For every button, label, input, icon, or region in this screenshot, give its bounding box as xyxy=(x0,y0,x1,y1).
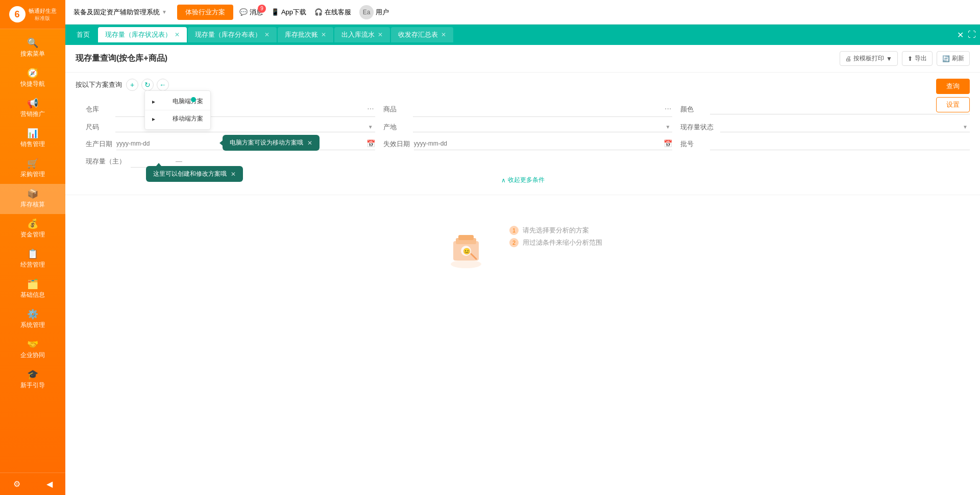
tab-receivable[interactable]: 收发存汇总表 ✕ xyxy=(391,27,453,42)
page-actions: 🖨 按模板打印 ▼ ⬆ 导出 🔄 刷新 xyxy=(840,51,970,66)
top-header: 装备及固定资产辅助管理系统 ▼ 体验行业方案 💬 消息 9 📱 App下载 🎧 … xyxy=(65,0,980,25)
back-scheme-button[interactable]: ← xyxy=(157,79,169,91)
content-inner: 现存量查询(按仓库+商品) 🖨 按模板打印 ▼ ⬆ 导出 🔄 刷新 xyxy=(65,45,980,495)
tab-inventory-status[interactable]: 现存量（库存状况表） ✕ xyxy=(98,27,187,42)
filter-area: 按以下方案查询 + ↻ ← ▸ 电脑端方案 ▸ xyxy=(65,73,980,195)
tab-close-batch[interactable]: ✕ xyxy=(321,31,326,38)
avatar: Ea xyxy=(359,5,374,19)
sidebar: 6 畅通好生意 标准版 🔍 搜索菜单 🧭 快捷导航 📢 营销推广 📊 销售管理 … xyxy=(0,0,65,495)
svg-point-0 xyxy=(451,260,481,268)
stock-status-chevron-icon: ▼ xyxy=(963,124,968,130)
origin-chevron-icon: ▼ xyxy=(665,124,670,130)
edit-tooltip-close[interactable]: ✕ xyxy=(231,171,236,178)
filter-icon-buttons: + ↻ ← xyxy=(126,79,169,91)
page-header: 现存量查询(按仓库+商品) 🖨 按模板打印 ▼ ⬆ 导出 🔄 刷新 xyxy=(65,45,980,73)
scheme-dropdown-panel: ▸ 电脑端方案 ▸ 移动端方案 xyxy=(144,90,211,130)
tab-inventory-dist[interactable]: 现存量（库存分布表） ✕ xyxy=(188,27,277,42)
message-icon: 💬 xyxy=(239,8,248,16)
page-title: 现存量查询(按仓库+商品) xyxy=(76,53,167,64)
filter-field-batch: 批号 xyxy=(680,138,970,150)
sidebar-settings-button[interactable]: ⚙ xyxy=(11,477,22,491)
chevron-down-icon: ▼ xyxy=(162,9,167,15)
filter-field-warehouse: 仓库 ··· xyxy=(86,101,375,117)
fullscreen-button[interactable]: ⛶ xyxy=(968,30,976,39)
messages-button[interactable]: 💬 消息 9 xyxy=(239,8,263,17)
empty-tips: 1 请先选择要分析的方案 2 用过滤条件来缩小分析范围 xyxy=(509,226,602,247)
user-menu[interactable]: Ea 用户 xyxy=(359,5,389,19)
sidebar-item-finance[interactable]: 💰 资金管理 xyxy=(0,214,65,244)
tab-home[interactable]: 首页 xyxy=(69,27,97,42)
app-download-button[interactable]: 📱 App下载 xyxy=(271,8,306,17)
sidebar-collapse-button[interactable]: ◀ xyxy=(44,477,55,491)
query-button[interactable]: 查询 xyxy=(936,79,970,94)
sidebar-item-enterprise[interactable]: 🤝 企业协同 xyxy=(0,335,65,365)
filter-field-color: 颜色 ▼ xyxy=(680,104,970,114)
online-support-button[interactable]: 🎧 在线客服 xyxy=(314,8,351,17)
base-icon: 🗂️ xyxy=(27,279,38,289)
sidebar-item-system[interactable]: ⚙️ 系统管理 xyxy=(0,304,65,335)
svg-rect-3 xyxy=(458,235,474,240)
empty-tip-2: 2 用过滤条件来缩小分析范围 xyxy=(509,238,602,247)
finance-icon: 💰 xyxy=(27,219,38,228)
empty-tip-1: 1 请先选择要分析的方案 xyxy=(509,226,602,235)
sidebar-item-base[interactable]: 🗂️ 基础信息 xyxy=(0,274,65,304)
sidebar-item-purchase[interactable]: 🛒 采购管理 xyxy=(0,154,65,184)
main-area: 装备及固定资产辅助管理系统 ▼ 体验行业方案 💬 消息 9 📱 App下载 🎧 … xyxy=(65,0,980,495)
sidebar-bottom: ⚙ ◀ xyxy=(0,473,65,495)
sidebar-item-inventory[interactable]: 📦 库存核算 xyxy=(0,184,65,214)
goods-more-icon[interactable]: ··· xyxy=(664,103,672,114)
messages-badge: 9 xyxy=(258,5,266,13)
tab-close-inventory-status[interactable]: ✕ xyxy=(175,31,180,38)
refresh-button[interactable]: 🔄 刷新 xyxy=(937,51,970,66)
tab-bar: 首页 现存量（库存状况表） ✕ 现存量（库存分布表） ✕ 库存批次账 ✕ 出入库… xyxy=(65,25,980,45)
scheme-item-desktop[interactable]: ▸ 电脑端方案 xyxy=(145,94,210,109)
filter-row-2: 尺码 ▼ 产地 ▼ xyxy=(86,122,970,132)
close-all-tabs-button[interactable]: ✕ xyxy=(957,30,964,40)
reset-button[interactable]: 设置 xyxy=(936,97,970,112)
empty-illustration: 😐 xyxy=(443,226,489,272)
newbie-icon: 🎓 xyxy=(27,370,38,379)
edit-tooltip-bubble: 这里可以创建和修改方案哦 ✕ xyxy=(146,166,243,182)
refresh-scheme-button[interactable]: ↻ xyxy=(141,79,154,91)
tab-close-inventory-dist[interactable]: ✕ xyxy=(264,31,270,38)
system-title-selector[interactable]: 装备及固定资产辅助管理系统 ▼ xyxy=(74,8,167,17)
stock-qty-min-input[interactable] xyxy=(131,157,172,165)
export-icon: ⬆ xyxy=(908,55,913,62)
export-button[interactable]: ⬆ 导出 xyxy=(902,51,933,66)
expire-date-calendar-icon[interactable]: 📅 xyxy=(664,139,672,148)
guide-icon: 🧭 xyxy=(27,68,38,78)
marketing-icon: 📢 xyxy=(27,99,38,108)
sales-icon: 📊 xyxy=(27,129,38,138)
header-actions: 💬 消息 9 📱 App下载 🎧 在线客服 Ea 用户 xyxy=(239,5,389,19)
support-icon: 🎧 xyxy=(314,8,323,16)
sidebar-item-marketing[interactable]: 📢 营销推广 xyxy=(0,93,65,124)
expire-date-start-input[interactable] xyxy=(414,140,662,147)
sidebar-item-operations[interactable]: 📋 经营管理 xyxy=(0,244,65,274)
sidebar-item-search[interactable]: 🔍 搜索菜单 xyxy=(0,33,65,63)
tab-close-inout[interactable]: ✕ xyxy=(378,31,383,38)
stock-qty-max-input[interactable] xyxy=(186,157,227,165)
print-icon: 🖨 xyxy=(845,55,851,62)
scheme-tooltip-close[interactable]: ✕ xyxy=(307,139,312,147)
logo-text: 畅通好生意 标准版 xyxy=(29,7,57,21)
industry-plan-button[interactable]: 体验行业方案 xyxy=(177,5,233,20)
produce-date-calendar-icon[interactable]: 📅 xyxy=(366,139,375,148)
scheme-item-mobile[interactable]: ▸ 移动端方案 xyxy=(145,111,210,126)
collapse-icon: ∧ xyxy=(501,177,506,184)
template-print-button[interactable]: 🖨 按模板打印 ▼ xyxy=(840,51,898,66)
tab-close-receivable[interactable]: ✕ xyxy=(441,31,446,38)
filter-field-origin: 产地 ▼ xyxy=(383,122,673,132)
filter-field-size: 尺码 ▼ xyxy=(86,122,375,132)
sidebar-item-newbie[interactable]: 🎓 新手引导 xyxy=(0,365,65,395)
sidebar-item-sales[interactable]: 📊 销售管理 xyxy=(0,124,65,154)
sidebar-nav: 🔍 搜索菜单 🧭 快捷导航 📢 营销推广 📊 销售管理 🛒 采购管理 📦 库存核… xyxy=(0,29,65,473)
content-area: 现存量查询(按仓库+商品) 🖨 按模板打印 ▼ ⬆ 导出 🔄 刷新 xyxy=(65,45,980,495)
tab-inout-flow[interactable]: 出入库流水 ✕ xyxy=(334,27,390,42)
tab-batch-account[interactable]: 库存批次账 ✕ xyxy=(278,27,333,42)
add-scheme-button[interactable]: + xyxy=(126,79,138,91)
operations-icon: 📋 xyxy=(27,249,38,258)
warehouse-more-icon[interactable]: ··· xyxy=(366,103,375,114)
sidebar-item-guide[interactable]: 🧭 快捷导航 xyxy=(0,63,65,93)
batch-input[interactable] xyxy=(710,138,970,150)
filter-field-goods: 商品 ··· xyxy=(383,101,673,117)
